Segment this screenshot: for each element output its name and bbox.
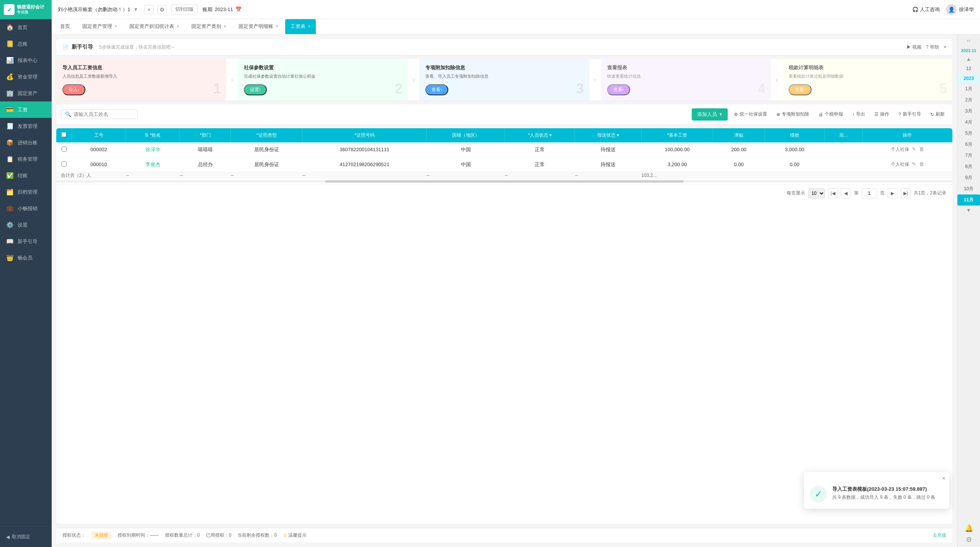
sidebar-item-funds[interactable]: 💰 资金管理 <box>0 69 52 85</box>
sidebar-item-expense[interactable]: 💼 小畅报销 <box>0 200 52 217</box>
step-btn-1[interactable]: 导入› <box>62 84 85 95</box>
delete-icon[interactable]: 🗑 <box>919 146 924 152</box>
step-btn-2[interactable]: 设置› <box>244 84 267 95</box>
row-checkbox[interactable] <box>62 162 67 167</box>
go-charge-link[interactable]: 去充值 <box>933 532 946 539</box>
guide-close-btn[interactable]: × <box>944 44 946 50</box>
tab-close-icon[interactable]: × <box>176 24 179 29</box>
guide-action-btn[interactable]: ? 新手引导 <box>895 109 924 119</box>
step-btn-5[interactable]: 查看› <box>789 84 812 95</box>
panel-prev-year[interactable]: ▲ <box>957 54 980 64</box>
social-insurance-link[interactable]: 个人社保 <box>891 162 909 167</box>
toolbar: 🔍 添加人员 ▼ ⚙ 统一社保设置 ⊕ 专项附加扣除 <box>56 105 952 124</box>
add-person-btn[interactable]: 添加人员 ▼ <box>692 108 728 121</box>
employee-name-link[interactable]: 徐泽华 <box>145 147 160 152</box>
panel-icon-2[interactable]: ⚙ <box>966 536 972 544</box>
select-all-checkbox[interactable] <box>61 132 66 137</box>
month-item-3[interactable]: 3月 <box>957 106 980 117</box>
period-selector[interactable]: 账期 2023-11 📅 <box>203 6 242 13</box>
month-item-6[interactable]: 6月 <box>957 139 980 150</box>
sidebar-item-settlement[interactable]: ✅ 结账 <box>0 167 52 184</box>
sidebar-item-archive[interactable]: 🗂️ 归档管理 <box>0 184 52 200</box>
operations-btn[interactable]: ☰ 操作 <box>871 109 892 119</box>
help-link[interactable]: ? 帮助 <box>926 44 939 51</box>
sidebar-item-home[interactable]: 🏠 首页 <box>0 19 52 36</box>
first-page-btn[interactable]: |◀ <box>828 188 838 198</box>
step-num: 2 <box>395 81 402 97</box>
social-insurance-btn[interactable]: ⚙ 统一社保设置 <box>731 109 770 119</box>
delete-icon[interactable]: 🗑 <box>919 161 924 167</box>
add-account-btn[interactable]: + <box>144 5 154 14</box>
tab-fixed-detail[interactable]: 固定资产明细账 × <box>233 19 284 34</box>
month-item-5[interactable]: 5月 <box>957 128 980 139</box>
month-item-2[interactable]: 2月 <box>957 95 980 106</box>
row-checkbox[interactable] <box>62 147 67 152</box>
sidebar-item-invoices[interactable]: 🧾 发票管理 <box>0 118 52 134</box>
panel-next-year[interactable]: ▼ <box>957 206 980 215</box>
user-menu[interactable]: 👤 徐泽华 <box>946 4 974 15</box>
sidebar-item-member[interactable]: 👑 畅会员 <box>0 250 52 266</box>
step-title: 导入员工工资信息 <box>62 64 220 71</box>
logo-sub: 专业版 <box>17 10 44 15</box>
edit-icon[interactable]: ✎ <box>912 161 916 167</box>
search-box[interactable]: 🔍 <box>61 109 137 119</box>
account-dropdown-icon[interactable]: ▼ <box>133 7 138 12</box>
sidebar-item-tax[interactable]: 📋 税务管理 <box>0 151 52 167</box>
sidebar-item-payroll[interactable]: 💳 工资 <box>0 101 52 118</box>
next-page-btn[interactable]: ▶ <box>888 188 898 198</box>
tab-depreciation[interactable]: 固定资产折旧统计表 × <box>124 19 185 34</box>
month-item-11[interactable]: 11月 <box>957 194 980 206</box>
month-item-1[interactable]: 1月 <box>957 83 980 95</box>
month-item-10[interactable]: 10月 <box>957 183 980 194</box>
sidebar-item-settings[interactable]: ⚙️ 设置 <box>0 217 52 233</box>
tab-fixed-category[interactable]: 固定资产类别 × <box>186 19 232 34</box>
step-btn-3[interactable]: 查看› <box>425 84 448 95</box>
last-page-btn[interactable]: ▶| <box>901 188 911 198</box>
tax-report-btn[interactable]: 🖨 个税申报 <box>815 109 846 119</box>
calendar-icon[interactable]: 📅 <box>235 7 242 12</box>
sidebar-item-inventory[interactable]: 📦 进销台账 <box>0 134 52 151</box>
export-icon: ↑ <box>852 112 854 117</box>
video-link[interactable]: ▶ 视频 <box>906 44 921 51</box>
year-label[interactable]: 2023 <box>957 73 980 83</box>
guide-icon: 📖 <box>6 238 14 245</box>
month-item-4[interactable]: 4月 <box>957 117 980 128</box>
tab-close-icon[interactable]: × <box>308 24 310 29</box>
sidebar-item-guide[interactable]: 📖 新手引导 <box>0 233 52 250</box>
employee-name-link[interactable]: 李俊杰 <box>145 162 160 167</box>
special-deduction-btn[interactable]: ⊕ 专项附加扣除 <box>773 109 812 119</box>
tab-payroll-table[interactable]: 工资表 × <box>285 19 316 34</box>
per-page-select[interactable]: 10 20 50 <box>808 188 825 198</box>
support-btn[interactable]: 🎧 人工咨询 <box>912 6 940 13</box>
month-item-8[interactable]: 8月 <box>957 161 980 172</box>
search-input[interactable] <box>74 111 133 117</box>
month-item-12[interactable]: 12 <box>957 64 980 73</box>
prev-page-btn[interactable]: ◀ <box>841 188 851 198</box>
panel-toggle-btn[interactable]: ‹‹ <box>957 34 980 47</box>
month-item-7[interactable]: 7月 <box>957 150 980 161</box>
sidebar-item-label: 进销台账 <box>18 139 38 146</box>
step-btn-4[interactable]: 查看› <box>607 84 630 95</box>
tab-fixed-assets-mgmt[interactable]: 固定资产管理 × <box>77 19 122 34</box>
tab-close-icon[interactable]: × <box>224 24 226 29</box>
edit-icon[interactable]: ✎ <box>912 146 916 152</box>
refresh-btn[interactable]: ↻ 刷新 <box>927 109 948 119</box>
switch-version-btn[interactable]: 切到旧版 <box>171 4 198 15</box>
month-item-9[interactable]: 9月 <box>957 172 980 183</box>
account-selector[interactable]: 刘小艳演示账套（勿删勿动！）1 ▼ <box>58 6 138 13</box>
settings-btn[interactable]: ⚙ <box>157 5 167 14</box>
notif-close-btn[interactable]: × <box>942 475 946 482</box>
tab-close-icon[interactable]: × <box>114 24 117 29</box>
sidebar-item-fixed-assets[interactable]: 🏢 固定资产 <box>0 85 52 101</box>
panel-icon-1[interactable]: 🔔 <box>965 524 973 532</box>
status-cell: 正常 <box>505 157 575 172</box>
page-input[interactable] <box>862 188 877 198</box>
cancel-fixed-btn[interactable]: ◀ 取消固定 <box>0 530 52 544</box>
sidebar-item-ledger[interactable]: 📒 总账 <box>0 36 52 52</box>
sidebar-item-reports[interactable]: 📊 报表中心 <box>0 52 52 69</box>
tab-home[interactable]: 首页 <box>55 19 75 34</box>
horizontal-scrollbar[interactable] <box>56 180 952 183</box>
tab-close-icon[interactable]: × <box>276 24 278 29</box>
social-insurance-link[interactable]: 个人社保 <box>891 147 909 152</box>
export-btn[interactable]: ↑ 导出 <box>849 109 868 119</box>
